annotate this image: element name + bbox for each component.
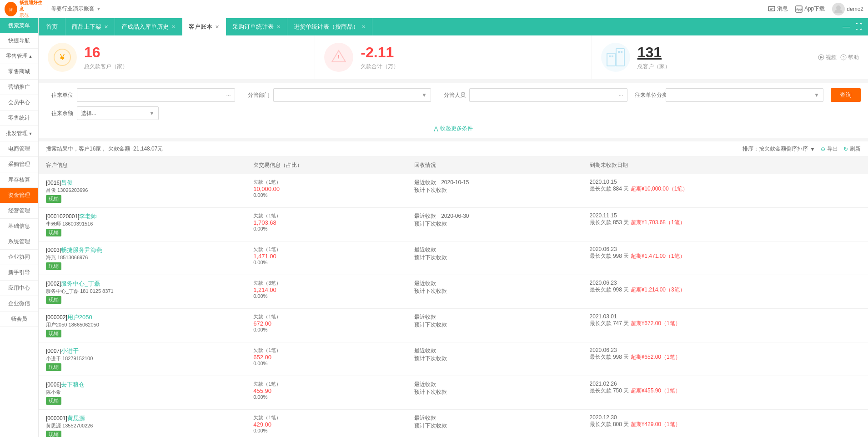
help-btn[interactable]: ? 帮助 [840,54,859,61]
collapse-button[interactable]: ⋀ 收起更多条件 [434,125,473,132]
debt-amount[interactable]: 429.00 [253,421,400,428]
tab-maximize-btn[interactable]: ⛶ [853,22,864,32]
sidebar-item-basic-info[interactable]: 基础信息 [0,219,38,234]
customer-name-link[interactable]: 李老师 [79,213,97,220]
cell-debt-2: 欠款（1笔） 1,471.00 0.00% [246,241,407,275]
cell-customer-7: [000001]黄思源 黄思源 13552700226 现销 [39,410,246,437]
sidebar-item-operation[interactable]: 经营管理 [0,203,38,219]
filter-person-input[interactable]: ··· [469,88,627,102]
collapse-icon: ⋀ [434,126,438,132]
customer-badge: 现销 [46,363,61,371]
customer-name-link[interactable]: 去下粮仓 [61,381,85,388]
sidebar-item-marketing[interactable]: 营销推广 [0,80,38,95]
debt-amount[interactable]: 652.00 [253,354,400,361]
filter-partner-input[interactable]: ··· [77,88,235,102]
tab-inbound-stats[interactable]: 进货单统计表（按商品） ✕ [287,18,372,35]
stat-icon-3 [601,43,630,72]
debt-amount[interactable]: 672.00 [253,320,400,327]
svg-rect-14 [621,51,622,53]
tab-close-icon[interactable]: ✕ [215,24,219,30]
app-download-btn[interactable]: App App下载 [795,5,825,13]
search-button[interactable]: 查询 [831,88,861,102]
overdue-amount-link[interactable]: 超期¥1,214.00（3笔） [631,286,685,293]
debt-amount[interactable]: 10,000.00 [253,186,400,192]
customer-name-link[interactable]: 小进干 [61,347,79,354]
tab-window-actions: — ⛶ [837,18,868,35]
export-btn[interactable]: ⊙ 导出 [821,145,838,153]
filter-section: 往来单位 ··· 分管部门 ▼ [39,83,868,138]
tab-home[interactable]: 首页 [39,18,65,35]
tab-production-history[interactable]: 产成品入库单历史 ✕ [115,18,182,35]
results-info: 搜索结果中，客户16家， 欠款金额 -21,148.07元 [46,145,163,153]
customer-name-link[interactable]: 黄思源 [67,415,85,422]
table-row: [0002]服务中心_丁磊 服务中心_丁磊 181 0125 8371 现销 欠… [39,275,868,309]
sidebar-item-member[interactable]: 畅会员 [0,311,38,327]
balance-arrow-icon: ▼ [149,110,155,116]
sidebar-item-system[interactable]: 系统管理 [0,234,38,250]
cell-due-1: 2020.11.15 最长欠款 853 天 超期¥1,703.68（1笔） [582,208,868,241]
tab-close-icon[interactable]: ✕ [104,24,108,30]
sidebar-item-app-center[interactable]: 应用中心 [0,281,38,296]
tab-product-onoff[interactable]: 商品上下架 ✕ [65,18,115,35]
cell-collection-1: 最近收款 2020-06-30 预计下次收款 [407,208,582,241]
overdue-amount-link[interactable]: 超期¥672.00（1笔） [631,320,681,326]
customer-name-link[interactable]: 吕俊 [61,179,73,186]
video-btn[interactable]: 视频 [818,54,837,61]
filter-balance-select[interactable]: 选择... ▼ [77,106,159,120]
main-layout: 搜索菜单 快捷导航 零售管理 ▲ 零售商城 营销推广 会员中心 零售统计 批发管… [0,18,868,437]
filter-partner-type-input[interactable]: ▼ [666,88,824,102]
table-row: [000002]用户2050 用户2050 18665062050 现销 欠款（… [39,309,868,342]
filter-person: 分管人员 ··· [438,88,627,102]
overdue-amount-link[interactable]: 超期¥455.90（1笔） [631,387,681,394]
tab-customer-account[interactable]: 客户账本 ✕ [182,18,226,35]
debt-amount[interactable]: 1,703.68 [253,219,400,226]
table-row: [0006]去下粮仓 陈小希 现销 欠款（1笔） 455.90 0.00% 最近… [39,376,868,410]
overdue-amount-link[interactable]: 超期¥10,000.00（1笔） [631,186,688,192]
customer-name-link[interactable]: 畅捷服务尹海燕 [61,246,102,253]
tab-purchase-stats[interactable]: 采购订单统计表 ✕ [226,18,287,35]
industry-selector[interactable]: 母婴行业演示账套 ▼ [51,5,101,13]
stats-section: ¥ 16 总欠款客户（家） ! [39,35,868,79]
tab-minimize-btn[interactable]: — [841,22,852,32]
sidebar-quick-nav[interactable]: 快捷导航 [0,33,38,49]
stat-info-2: -2.11 欠款合计（万） [361,44,399,70]
customer-phone: 吕俊 13026203696 [46,187,239,194]
message-btn[interactable]: 消息 [768,5,788,13]
overdue-amount-link[interactable]: 超期¥1,471.00（1笔） [631,253,685,259]
tab-close-icon[interactable]: ✕ [171,24,176,30]
sidebar-item-member-center[interactable]: 会员中心 [0,95,38,111]
tab-close-icon[interactable]: ✕ [361,24,366,30]
refresh-btn[interactable]: ↻ 刷新 [843,145,861,153]
customer-phone: 李老师 18600391516 [46,221,239,227]
tabs-bar: 首页 商品上下架 ✕ 产成品入库单历史 ✕ 客户账本 ✕ 采购订单统计表 ✕ [39,18,868,35]
sidebar-item-retail-mgmt[interactable]: 零售管理 ▲ [0,49,38,64]
sort-selector[interactable]: 排序：按欠款金额倒序排序 ▼ [743,145,815,153]
overdue-amount-link[interactable]: 超期¥1,703.68（1笔） [631,219,685,226]
stat-value-debt-customers: 16 [84,44,128,61]
overdue-amount-link[interactable]: 超期¥429.00（1笔） [631,421,681,427]
debt-amount[interactable]: 455.90 [253,387,400,394]
sidebar-item-finance[interactable]: 资金管理 [0,188,38,203]
filter-dept-input[interactable]: ▼ [273,88,431,102]
sidebar-item-enterprise-wechat[interactable]: 企业微信 [0,296,38,311]
debt-amount[interactable]: 1,471.00 [253,253,400,260]
customer-name-link[interactable]: 用户2050 [67,314,92,321]
sidebar-search[interactable]: 搜索菜单 [0,18,38,33]
tab-close-icon[interactable]: ✕ [276,24,281,30]
filter-collapse-row: ⋀ 收起更多条件 [46,125,861,132]
customer-name-link[interactable]: 服务中心_丁磊 [61,280,100,287]
sidebar-item-inventory[interactable]: 库存核算 [0,172,38,188]
user-avatar[interactable]: demo2 [832,3,863,15]
sidebar-item-new-guide[interactable]: 新手引导 [0,265,38,281]
overdue-amount-link[interactable]: 超期¥652.00（1笔） [631,354,681,360]
sidebar-item-retail-mall[interactable]: 零售商城 [0,64,38,80]
sidebar-item-ecommerce[interactable]: 电商管理 [0,141,38,157]
sidebar-item-enterprise-collab[interactable]: 企业协同 [0,250,38,265]
balance-placeholder: 选择... [81,110,96,117]
debt-amount[interactable]: 1,214.00 [253,286,400,293]
sidebar-item-purchase[interactable]: 采购管理 [0,157,38,172]
svg-rect-10 [616,49,624,66]
sidebar-item-wholesale[interactable]: 批发管理 ▼ [0,126,38,141]
filter-row-1: 往来单位 ··· 分管部门 ▼ [46,88,861,102]
sidebar-item-retail-stats[interactable]: 零售统计 [0,111,38,126]
